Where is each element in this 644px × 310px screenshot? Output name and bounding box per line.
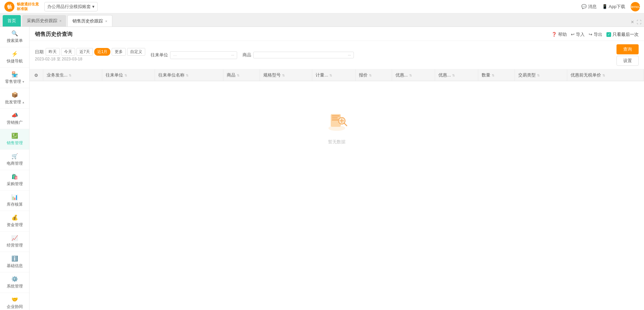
only-last-checkbox-group[interactable]: ✓ 只看最后一次: [606, 32, 639, 38]
partner-label: 往来单位: [151, 52, 168, 58]
sidebar-item-finance[interactable]: 💰 资金管理: [0, 211, 29, 231]
purchase-tab-close[interactable]: ×: [59, 19, 61, 23]
sidebar-item-operations[interactable]: 📈 经营管理: [0, 231, 29, 252]
help-icon: ❓: [551, 32, 557, 37]
table-col-goods[interactable]: 商品 ⇅: [223, 69, 260, 81]
header-right: 💬 消息 📱 App下载 demo2: [581, 2, 640, 11]
wholesale-arrow-icon: ▴: [22, 100, 24, 104]
system-icon: ⚙️: [11, 276, 18, 282]
table-col-unit[interactable]: 计量... ⇅: [312, 69, 356, 81]
sort-icon-unit: ⇅: [329, 73, 332, 77]
sidebar-item-purchase[interactable]: 🛍️ 采购管理: [0, 170, 29, 191]
today-btn[interactable]: 今天: [61, 48, 75, 56]
retail-arrow-icon: ▾: [22, 80, 24, 84]
date-filter-group: 日期 昨天 今天 近7天 近1月 更多 自定义 2023-02-18 至 202…: [35, 48, 145, 62]
sort-icon-discount2: ⇅: [452, 73, 455, 77]
only-last-checkbox[interactable]: ✓: [606, 32, 611, 37]
sidebar-item-shortcut[interactable]: ⚡ 快捷导航: [0, 47, 29, 68]
app-download-btn[interactable]: 📱 App下载: [602, 4, 625, 10]
sidebar-item-retail[interactable]: 🏪 零售管理 ▾: [0, 68, 29, 88]
table-col-spec[interactable]: 规格型号 ⇅: [260, 69, 312, 81]
table-header-row: ⚙ 业务发生... ⇅ 往来单位: [30, 69, 644, 81]
marketing-icon: 📣: [11, 112, 18, 118]
sort-icon-spec: ⇅: [282, 73, 285, 77]
table-col-quote[interactable]: 报价 ⇅: [356, 69, 392, 81]
finance-icon: 💰: [11, 214, 18, 221]
maximize-btn[interactable]: ⛶: [637, 19, 641, 25]
message-icon: 💬: [581, 4, 587, 9]
goods-input-ellipsis: ···: [348, 53, 351, 57]
tab-sales-history[interactable]: 销售历史价跟踪 ×: [67, 15, 112, 27]
empty-state-text: 暂无数据: [328, 139, 345, 145]
app-selector-label: 办公用品行业模拟账套: [47, 4, 91, 10]
ecommerce-icon: 🛒: [11, 153, 18, 159]
table-col-partner-code[interactable]: 往来单位 ⇅: [102, 69, 155, 81]
more-btn[interactable]: 更多: [112, 48, 126, 56]
sales-tab-close[interactable]: ×: [105, 19, 107, 23]
sidebar-item-system[interactable]: ⚙️ 系统管理: [0, 272, 29, 293]
tab-purchase-history[interactable]: 采购历史价跟踪 ×: [22, 15, 66, 27]
svg-line-8: [344, 123, 347, 126]
table-col-settings[interactable]: ⚙: [30, 69, 43, 81]
table-col-discount1[interactable]: 优惠... ⇅: [392, 69, 435, 81]
custom-btn[interactable]: 自定义: [127, 48, 145, 56]
last7-btn[interactable]: 近7天: [76, 48, 93, 56]
query-button[interactable]: 查询: [616, 44, 639, 54]
goods-filter-group: 商品 ···: [243, 52, 354, 58]
download-icon: 📱: [602, 4, 607, 9]
sidebar-item-wholesale[interactable]: 📦 批发管理 ▴: [0, 88, 29, 109]
user-avatar-area[interactable]: demo2: [631, 2, 640, 11]
partner-input-ellipsis: ···: [231, 53, 234, 57]
sidebar-item-sales[interactable]: 💹 销售管理: [0, 129, 29, 150]
page-header-actions: ❓ 帮助 ↩ 导入 ↪ 导出 ✓ 只看最后一次: [551, 32, 639, 38]
sidebar-item-inventory[interactable]: 📊 库存核算: [0, 191, 29, 211]
close-all-tabs-btn[interactable]: ×: [631, 19, 634, 25]
partner-input[interactable]: ··· ···: [170, 51, 237, 59]
table-col-discount2[interactable]: 优惠... ⇅: [435, 69, 478, 81]
table-col-partner-name[interactable]: 往来单位名称 ⇅: [155, 69, 223, 81]
sidebar-item-enterprise[interactable]: 🤝 企业协同: [0, 293, 29, 310]
table-container: ⚙ 业务发生... ⇅ 往来单位: [30, 69, 644, 310]
tab-actions: × ⛶: [631, 19, 641, 27]
sidebar-item-basic-info[interactable]: ℹ️ 基础信息: [0, 252, 29, 272]
table-col-qty[interactable]: 数量 ⇅: [478, 69, 515, 81]
message-btn[interactable]: 💬 消息: [581, 4, 597, 10]
help-btn[interactable]: ❓ 帮助: [551, 32, 567, 38]
settings-icon: ⚙: [34, 73, 38, 78]
date-label: 日期: [35, 49, 44, 55]
svg-rect-5: [332, 117, 338, 118]
export-btn[interactable]: ↪ 导出: [589, 32, 602, 38]
export-icon: ↪: [589, 32, 592, 37]
logo-area: 畅 畅捷通好生意 标准版: [4, 1, 39, 12]
partner-filter-group: 往来单位 ··· ···: [151, 51, 237, 59]
operations-icon: 📈: [11, 235, 18, 241]
svg-rect-4: [332, 115, 340, 116]
sidebar: 🔍 搜索菜单 ⚡ 快捷导航 🏪 零售管理 ▾ 📦 批发管理 ▴ 📣 营销推广: [0, 27, 30, 310]
sidebar-item-marketing[interactable]: 📣 营销推广: [0, 109, 29, 129]
tab-home[interactable]: 首页: [3, 15, 21, 27]
main-layout: 🔍 搜索菜单 ⚡ 快捷导航 🏪 零售管理 ▾ 📦 批发管理 ▴ 📣 营销推广: [0, 27, 644, 310]
chevron-down-icon: ▾: [92, 4, 95, 9]
table-col-biz-date[interactable]: 业务发生... ⇅: [43, 69, 102, 81]
purchase-icon: 🛍️: [11, 173, 18, 180]
sidebar-item-ecommerce[interactable]: 🛒 电商管理: [0, 150, 29, 170]
settings-button[interactable]: 设置: [616, 56, 639, 66]
page-title: 销售历史价查询: [35, 31, 72, 38]
table-col-trade-type[interactable]: 交易类型 ⇅: [515, 69, 567, 81]
yesterday-btn[interactable]: 昨天: [46, 48, 60, 56]
goods-label: 商品: [243, 52, 251, 58]
filter-area: 日期 昨天 今天 近7天 近1月 更多 自定义 2023-02-18 至 202…: [30, 41, 644, 69]
last1m-btn[interactable]: 近1月: [94, 48, 111, 56]
sort-icon-pre-tax-price: ⇅: [602, 73, 605, 77]
table-col-pre-tax-price[interactable]: 优惠前无税单价 ⇅: [567, 69, 644, 81]
sales-icon: 💹: [11, 133, 18, 139]
svg-rect-6: [332, 119, 338, 120]
import-btn[interactable]: ↩ 导入: [571, 32, 585, 38]
app-selector[interactable]: 办公用品行业模拟账套 ▾: [44, 2, 98, 11]
avatar: demo2: [631, 2, 640, 11]
content-area: 销售历史价查询 ❓ 帮助 ↩ 导入 ↪ 导出 ✓: [30, 27, 644, 310]
sidebar-item-search[interactable]: 🔍 搜索菜单: [0, 27, 29, 47]
inventory-icon: 📊: [11, 194, 18, 200]
wholesale-icon: 📦: [11, 92, 18, 98]
goods-input[interactable]: ···: [253, 52, 354, 58]
